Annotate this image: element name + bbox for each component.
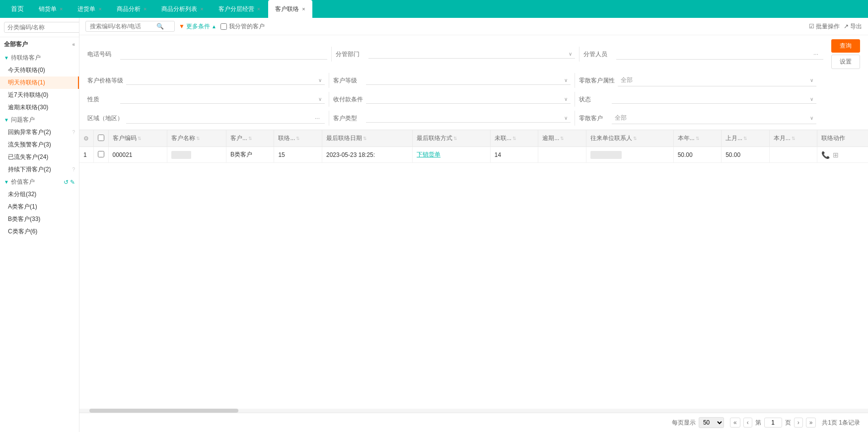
row-this-year: 50.00 — [673, 147, 722, 163]
sort-this-year[interactable]: ⇅ — [696, 136, 700, 141]
customer-type-chevron: ∨ — [564, 115, 568, 121]
sort-last-contact-date[interactable]: ⇅ — [363, 136, 367, 141]
sidebar-item-7days[interactable]: 近7天待联络(0) — [0, 89, 79, 101]
nav-item-sales[interactable]: 销货单 × — [32, 0, 70, 18]
retail-attr-select[interactable]: 全部 ∨ — [618, 74, 816, 86]
sidebar-item-class-c[interactable]: C类客户(6) — [0, 225, 79, 238]
table-row: 1 000021 Ea B类客户 15 2023-05-23 18:25: 下销… — [79, 147, 868, 163]
payment-select[interactable]: ∨ — [366, 95, 571, 104]
retail-customer-select[interactable]: 全部 ∨ — [612, 112, 816, 124]
customer-grade-select[interactable]: ∨ — [366, 76, 571, 85]
sort-overdue[interactable]: ⇅ — [560, 136, 564, 141]
nature-select[interactable]: ∨ — [120, 95, 325, 104]
row-checkbox[interactable] — [98, 151, 104, 157]
status-select[interactable]: ∨ — [612, 95, 816, 104]
last-contact-method-link[interactable]: 下销货单 — [417, 151, 440, 158]
region-dots[interactable]: ··· — [313, 115, 322, 122]
close-customer-layer-tab[interactable]: × — [257, 6, 260, 12]
close-sales-tab[interactable]: × — [60, 6, 63, 12]
close-analysis-list-tab[interactable]: × — [200, 6, 203, 12]
sort-contact[interactable]: ⇅ — [296, 136, 300, 141]
sidebar-search-input[interactable] — [4, 22, 79, 33]
sort-unit-contact[interactable]: ⇅ — [633, 136, 637, 141]
sidebar-item-repurchase-abnormal[interactable]: 回购异常客户(2) ? — [0, 126, 79, 139]
price-grade-select[interactable]: ∨ — [126, 76, 325, 85]
export-btn[interactable]: ↗ 导出 — [844, 22, 862, 31]
sidebar-item-class-b[interactable]: B类客户(33) — [0, 213, 79, 225]
row-customer-code: 000021 — [108, 147, 167, 163]
search-wrap: 🔍 — [85, 21, 175, 32]
col-settings[interactable]: ⚙ — [79, 130, 93, 147]
manager-dots[interactable]: ··· — [811, 51, 820, 58]
page-input[interactable] — [764, 418, 782, 428]
setting-button[interactable]: 设置 — [831, 55, 860, 69]
customer-type-select[interactable]: ∨ — [366, 114, 571, 123]
sidebar-item-churn-warning[interactable]: 流失预警客户(3) — [0, 139, 79, 151]
group-arrow-2: ▼ — [4, 117, 9, 123]
search-icon[interactable]: 🔍 — [156, 23, 164, 30]
retail-attr-label: 零散客户属性 — [579, 76, 615, 85]
sort-no-contact[interactable]: ⇅ — [512, 136, 516, 141]
sidebar-item-declining[interactable]: 持续下滑客户(2) ? — [0, 163, 79, 176]
batch-op-btn[interactable]: ☑ 批量操作 — [809, 22, 840, 31]
dept-select[interactable]: ∨ — [368, 50, 576, 59]
close-analysis-tab[interactable]: × — [144, 6, 146, 12]
my-customers-checkbox[interactable] — [220, 23, 227, 30]
nav-item-analysis[interactable]: 商品分析 × — [110, 0, 153, 18]
nature-chevron: ∨ — [318, 96, 322, 102]
sidebar-group-value: ▼ 价值客户 ↺ ✎ — [0, 176, 79, 188]
nav-item-customer-contact[interactable]: 客户联络 × — [268, 0, 312, 18]
sidebar-item-class-a[interactable]: A类客户(1) — [0, 201, 79, 213]
th-last-contact-method: 最后联络方式 ⇅ — [413, 130, 491, 147]
table-scrollbar[interactable] — [79, 409, 868, 413]
sort-last-contact-method[interactable]: ⇅ — [453, 136, 457, 141]
next-page-btn[interactable]: › — [794, 418, 803, 428]
pagesize-select[interactable]: 50 100 200 — [699, 417, 724, 428]
sidebar-all-customers[interactable]: 全部客户 « — [0, 37, 79, 52]
filter-row-3: 性质 ∨ 收付款条件 ∨ 状态 — [87, 92, 860, 107]
more-conditions-btn[interactable]: ▼ 更多条件 ▲ — [179, 22, 217, 31]
sort-customer-name[interactable]: ⇅ — [196, 136, 200, 141]
sort-last-month[interactable]: ⇅ — [743, 136, 747, 141]
manager-select[interactable]: ··· — [616, 49, 823, 60]
help-icon-2: ? — [72, 167, 75, 172]
sort-customer-code[interactable]: ⇅ — [138, 136, 142, 141]
nav-item-purchase[interactable]: 进货单 × — [71, 0, 108, 18]
th-unit-contact: 往来单位联系人 ⇅ — [586, 130, 673, 147]
nav-item-analysis-list[interactable]: 商品分析列表 × — [154, 0, 210, 18]
sidebar-item-churned[interactable]: 已流失客户(24) — [0, 151, 79, 163]
grid-action-icon[interactable]: ⊞ — [833, 151, 839, 159]
row-this-month — [769, 147, 817, 163]
first-page-btn[interactable]: « — [730, 418, 740, 428]
query-button[interactable]: 查询 — [831, 39, 860, 53]
region-select[interactable]: ··· — [126, 113, 325, 124]
filter-icon: ▼ — [179, 23, 185, 30]
nav-home[interactable]: 首页 — [4, 0, 31, 18]
sidebar-item-overdue[interactable]: 逾期未联络(30) — [0, 101, 79, 114]
close-customer-contact-tab[interactable]: × — [302, 6, 305, 12]
scrollbar-thumb[interactable] — [89, 409, 238, 413]
sort-customer-type[interactable]: ⇅ — [248, 136, 252, 141]
filter-price-grade: 客户价格等级 ∨ — [87, 76, 325, 85]
nav-item-customer-layer[interactable]: 客户分层经营 × — [212, 0, 267, 18]
phone-action-icon[interactable]: 📞 — [821, 151, 830, 159]
price-grade-chevron: ∨ — [318, 77, 322, 83]
phone-input[interactable] — [120, 49, 327, 60]
select-all-checkbox[interactable] — [98, 135, 104, 141]
sidebar-item-today[interactable]: 今天待联络(0) — [0, 64, 79, 76]
close-purchase-tab[interactable]: × — [98, 6, 101, 12]
sort-this-month[interactable]: ⇅ — [792, 136, 796, 141]
last-page-btn[interactable]: » — [806, 418, 816, 428]
edit-icon[interactable]: ✎ — [70, 179, 75, 186]
dept-label: 分管部门 — [336, 50, 365, 59]
filter-manager: 分管人员 ··· — [583, 49, 823, 60]
search-input[interactable] — [90, 23, 154, 30]
sidebar-item-ungrouped[interactable]: 未分组(32) — [0, 188, 79, 201]
row-seq: 1 — [79, 147, 93, 163]
sidebar-item-tomorrow[interactable]: 明天待联络(1) — [0, 76, 79, 89]
action-btns: 查询 设置 — [831, 39, 860, 69]
prev-page-btn[interactable]: ‹ — [743, 418, 752, 428]
divider-1 — [331, 47, 332, 62]
sidebar-group-problem: ▼ 问题客户 — [0, 114, 79, 126]
refresh-icon[interactable]: ↺ — [64, 179, 69, 186]
